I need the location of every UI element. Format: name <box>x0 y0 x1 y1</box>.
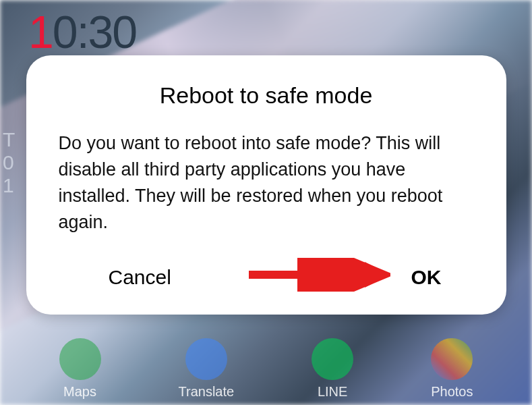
safe-mode-dialog: Reboot to safe mode Do you want to reboo… <box>26 55 506 315</box>
side-widget: T 0 1 <box>3 128 15 197</box>
dock-item-line[interactable]: LINE <box>312 338 353 400</box>
photos-icon <box>431 338 473 380</box>
cancel-button[interactable]: Cancel <box>109 261 171 294</box>
dialog-title: Reboot to safe mode <box>59 82 474 109</box>
dock-label: Photos <box>431 384 473 400</box>
dialog-button-row: Cancel OK <box>59 261 474 294</box>
clock-hour-first: 1 <box>28 5 53 58</box>
dock-label: Maps <box>63 384 96 400</box>
dock-item-maps[interactable]: Maps <box>59 338 101 400</box>
clock-rest: 0:30 <box>53 5 136 58</box>
maps-icon <box>59 338 101 380</box>
translate-icon <box>185 338 227 380</box>
dock-label: Translate <box>179 384 235 400</box>
app-dock: Maps Translate LINE Photos <box>0 338 532 405</box>
status-clock: 1 0:30 <box>28 5 136 58</box>
dock-label: LINE <box>318 384 347 400</box>
dock-item-translate[interactable]: Translate <box>179 338 235 400</box>
dialog-body: Do you want to reboot into safe mode? Th… <box>59 130 474 236</box>
dock-item-photos[interactable]: Photos <box>431 338 473 400</box>
ok-button[interactable]: OK <box>411 261 442 294</box>
line-icon <box>312 338 353 380</box>
